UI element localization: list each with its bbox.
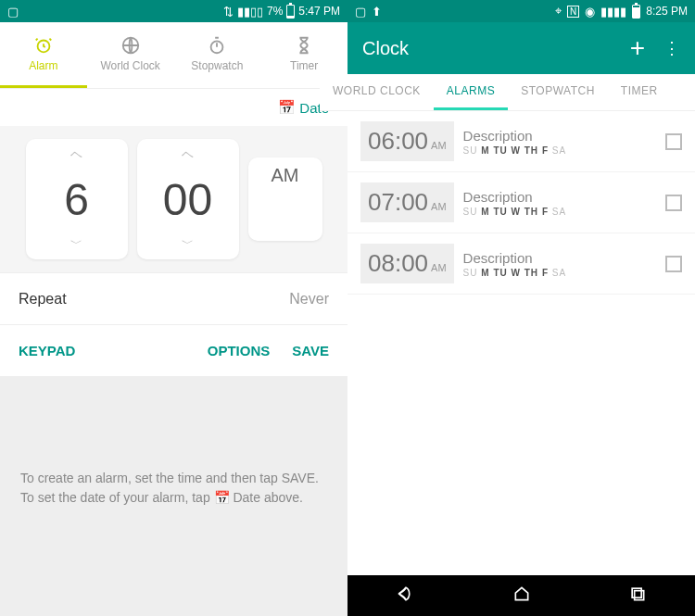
phone-right: ▢ ⬆ ⌖ N ◉ ▮▮▮▮ 8:25 PM Clock + ⋮ WORLD C… bbox=[348, 0, 695, 616]
network-icon: ⇅ bbox=[223, 5, 234, 19]
ampm-picker[interactable]: AM bbox=[248, 157, 322, 241]
tab-label: WORLD CLOCK bbox=[333, 84, 421, 97]
tab-stopwatch[interactable]: Stopwatch bbox=[174, 22, 261, 88]
status-time: 8:25 PM bbox=[646, 5, 688, 18]
alarm-time: 06:00 AM bbox=[360, 121, 454, 161]
alarm-ampm: AM bbox=[431, 262, 447, 273]
tab-world-clock[interactable]: WORLD CLOCK bbox=[320, 74, 434, 110]
alarm-description: Description bbox=[463, 189, 656, 205]
options-button[interactable]: OPTIONS bbox=[208, 343, 271, 358]
tab-label: ALARMS bbox=[447, 84, 495, 97]
alarm-meta: Description SU M TU W TH F SA bbox=[463, 128, 656, 156]
status-bar-left: ▢ ⇅ ▮▮▯▯ 7% 5:47 PM bbox=[0, 0, 348, 22]
chevron-up-icon: ヘ bbox=[182, 146, 194, 163]
alarm-hm: 07:00 bbox=[368, 188, 428, 217]
tab-bar-left: Alarm World Clock Stopwatch Timer bbox=[0, 22, 348, 89]
alarm-list: 06:00 AM Description SU M TU W TH F SA 0… bbox=[348, 111, 695, 575]
tab-label: Stopwatch bbox=[191, 59, 243, 72]
tab-label: World Clock bbox=[100, 59, 159, 72]
alarm-ampm: AM bbox=[431, 140, 447, 151]
screenshot-icon: ▢ bbox=[7, 5, 19, 19]
alarm-hm: 08:00 bbox=[368, 249, 428, 278]
alarm-checkbox[interactable] bbox=[665, 133, 682, 150]
tab-label: STOPWATCH bbox=[521, 84, 595, 97]
alarm-description: Description bbox=[463, 250, 656, 266]
hour-picker[interactable]: ヘ 6 ﹀ bbox=[26, 139, 128, 259]
alarm-meta: Description SU M TU W TH F SA bbox=[463, 250, 656, 278]
app-icon: ▢ bbox=[355, 5, 366, 19]
minute-picker[interactable]: ヘ 00 ﹀ bbox=[137, 139, 239, 259]
globe-icon bbox=[120, 35, 141, 56]
tab-stopwatch[interactable]: STOPWATCH bbox=[508, 74, 608, 110]
alarm-item[interactable]: 07:00 AM Description SU M TU W TH F SA bbox=[348, 172, 695, 233]
save-button[interactable]: SAVE bbox=[292, 343, 329, 358]
stopwatch-icon bbox=[207, 35, 227, 56]
chevron-down-icon: ﹀ bbox=[70, 235, 82, 252]
repeat-label: Repeat bbox=[19, 291, 67, 308]
hour-value: 6 bbox=[64, 174, 89, 225]
alarm-hm: 06:00 bbox=[368, 127, 428, 156]
tab-label: Alarm bbox=[29, 59, 57, 72]
minute-value: 00 bbox=[163, 174, 212, 225]
battery-icon bbox=[632, 5, 640, 19]
tab-world-clock[interactable]: World Clock bbox=[87, 22, 174, 88]
time-picker: ヘ 6 ﹀ ヘ 00 ﹀ AM bbox=[0, 126, 348, 272]
bluetooth-icon: ⌖ bbox=[555, 4, 562, 19]
alarm-time: 08:00 AM bbox=[360, 244, 454, 283]
tab-timer[interactable]: TIMER bbox=[608, 74, 671, 110]
home-button[interactable] bbox=[512, 585, 531, 607]
signal-icon: ▮▮▮▮ bbox=[600, 5, 626, 19]
tab-alarm[interactable]: Alarm bbox=[0, 22, 87, 88]
upload-icon: ⬆ bbox=[372, 5, 382, 19]
battery-pct: 7% bbox=[267, 5, 283, 18]
tab-bar-right: WORLD CLOCK ALARMS STOPWATCH TIMER bbox=[320, 74, 695, 111]
tab-label: TIMER bbox=[621, 84, 658, 97]
hint-text: To create an alarm, set the time and the… bbox=[0, 376, 348, 616]
chevron-up-icon: ヘ bbox=[70, 146, 82, 163]
tab-alarms[interactable]: ALARMS bbox=[434, 74, 508, 110]
battery-icon bbox=[286, 5, 295, 19]
nfc-icon: N bbox=[567, 6, 579, 18]
alarm-checkbox[interactable] bbox=[665, 195, 682, 211]
status-bar-right: ▢ ⬆ ⌖ N ◉ ▮▮▮▮ 8:25 PM bbox=[348, 0, 695, 22]
tab-label: Timer bbox=[290, 59, 318, 72]
nav-bar bbox=[348, 575, 695, 616]
app-bar: Clock + ⋮ bbox=[348, 22, 695, 74]
calendar-icon: 📅 bbox=[278, 99, 296, 116]
svg-rect-3 bbox=[632, 588, 641, 597]
keypad-button[interactable]: KEYPAD bbox=[19, 343, 75, 358]
alarm-item[interactable]: 08:00 AM Description SU M TU W TH F SA bbox=[348, 233, 695, 295]
phone-left: ▢ ⇅ ▮▮▯▯ 7% 5:47 PM Alarm World Clock St… bbox=[0, 0, 348, 616]
alarm-description: Description bbox=[463, 128, 656, 144]
app-title: Clock bbox=[362, 38, 409, 59]
alarm-time: 07:00 AM bbox=[360, 182, 454, 222]
alarm-checkbox[interactable] bbox=[665, 256, 682, 272]
alarm-meta: Description SU M TU W TH F SA bbox=[463, 189, 656, 217]
alarm-days: SU M TU W TH F SA bbox=[463, 207, 656, 217]
alarm-days: SU M TU W TH F SA bbox=[463, 268, 656, 278]
signal-icon: ▮▮▯▯ bbox=[237, 5, 263, 19]
back-button[interactable] bbox=[397, 585, 415, 607]
ampm-value: AM bbox=[272, 165, 299, 186]
add-button[interactable]: + bbox=[630, 33, 645, 63]
repeat-row[interactable]: Repeat Never bbox=[0, 272, 348, 324]
chevron-down-icon: ﹀ bbox=[182, 235, 194, 252]
alarm-item[interactable]: 06:00 AM Description SU M TU W TH F SA bbox=[348, 111, 695, 172]
alarm-icon bbox=[33, 35, 54, 56]
hourglass-icon bbox=[294, 35, 314, 56]
date-button[interactable]: 📅 Date bbox=[0, 89, 348, 126]
action-row: KEYPAD OPTIONS SAVE bbox=[0, 324, 348, 376]
alarm-days: SU M TU W TH F SA bbox=[463, 145, 656, 156]
alarm-ampm: AM bbox=[431, 201, 447, 212]
svg-rect-4 bbox=[634, 591, 643, 600]
menu-button[interactable]: ⋮ bbox=[663, 38, 680, 58]
wifi-icon: ◉ bbox=[585, 5, 595, 19]
recent-button[interactable] bbox=[628, 585, 647, 607]
repeat-value: Never bbox=[289, 291, 329, 308]
status-time: 5:47 PM bbox=[298, 5, 340, 18]
